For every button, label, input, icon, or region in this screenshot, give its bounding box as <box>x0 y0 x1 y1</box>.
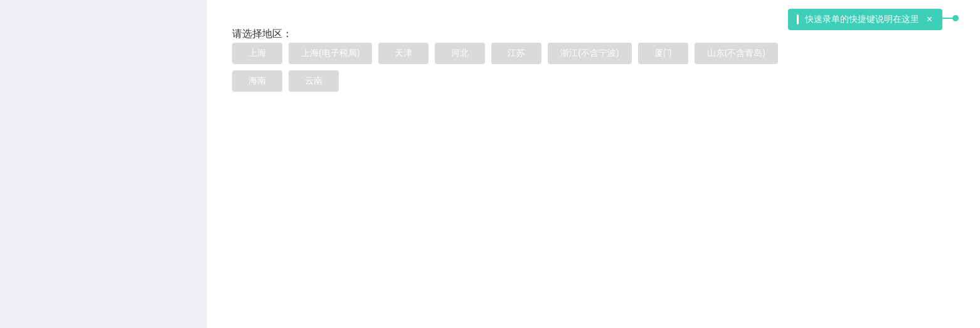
tooltip-banner: 快速录单的快捷键说明在这里 × <box>788 9 942 30</box>
region-button-shanghai-e[interactable]: 上海(电子税局) <box>289 43 372 64</box>
left-sidebar <box>0 0 207 328</box>
tooltip-text: 快速录单的快捷键说明在这里 <box>805 14 919 25</box>
region-button-hebei[interactable]: 河北 <box>435 43 485 64</box>
region-button-xiamen[interactable]: 厦门 <box>638 43 688 64</box>
tooltip-connector-line <box>942 18 953 19</box>
region-button-tianjin[interactable]: 天津 <box>378 43 429 64</box>
region-button-hainan[interactable]: 海南 <box>232 70 282 92</box>
region-button-zhejiang[interactable]: 浙江(不含宁波) <box>548 43 631 64</box>
tooltip-bar <box>797 14 799 25</box>
region-button-jiangsu[interactable]: 江苏 <box>491 43 541 64</box>
tooltip-close-button[interactable]: × <box>925 14 934 25</box>
region-button-yunnan[interactable]: 云南 <box>289 70 339 92</box>
section-title: 请选择地区： <box>232 28 292 41</box>
region-button-shanghai[interactable]: 上海 <box>232 43 282 64</box>
region-button-shandong[interactable]: 山东(不含青岛) <box>695 43 778 64</box>
region-buttons-container: 上海上海(电子税局)天津河北江苏浙江(不含宁波)厦门山东(不含青岛)海南云南 <box>232 43 797 92</box>
main-content: 请选择地区： 上海上海(电子税局)天津河北江苏浙江(不含宁波)厦门山东(不含青岛… <box>207 0 980 328</box>
tooltip-connector-dot <box>952 15 959 21</box>
